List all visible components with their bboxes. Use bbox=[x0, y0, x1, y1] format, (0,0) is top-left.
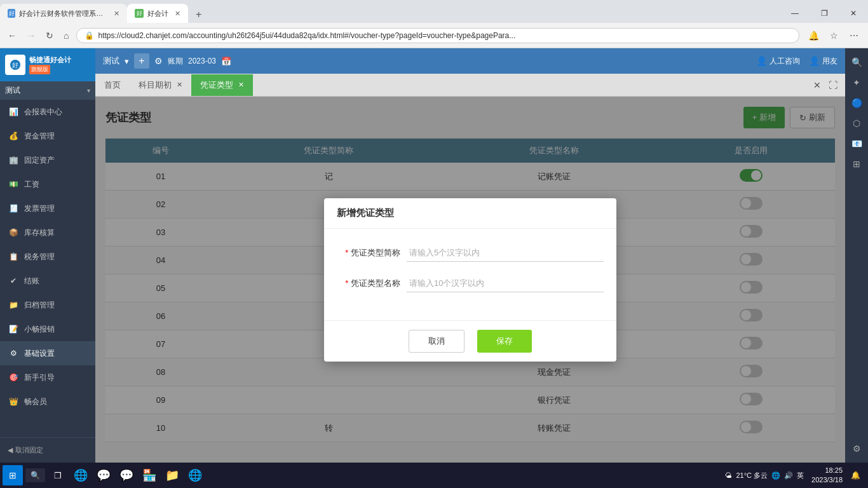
maximize-button[interactable]: ❐ bbox=[810, 4, 839, 23]
close-button[interactable]: ✕ bbox=[839, 4, 868, 23]
sidebar-item-reports[interactable]: 📊 会报表中心 bbox=[0, 100, 95, 124]
taskbar-task-view[interactable]: ❐ bbox=[48, 465, 68, 485]
sidebar-item-assets[interactable]: 🏢 固定资产 bbox=[0, 148, 95, 172]
taskbar-browser-icon[interactable]: 🌐 bbox=[71, 465, 91, 485]
taskbar-store-icon[interactable]: 💬 bbox=[93, 465, 114, 485]
save-button[interactable]: 保存 bbox=[477, 330, 532, 353]
taskbar-folder-icon[interactable]: 📁 bbox=[162, 465, 182, 485]
taskbar-clock: 18:25 2023/3/18 bbox=[811, 466, 843, 485]
dropdown-arrow-icon: ▾ bbox=[125, 57, 129, 66]
abbr-input[interactable] bbox=[407, 244, 604, 262]
subjects-tab-label: 科目期初 bbox=[139, 79, 172, 91]
forward-button[interactable]: → bbox=[24, 28, 38, 43]
cancel-button[interactable]: 取消 bbox=[409, 330, 465, 353]
start-icon: ⊞ bbox=[9, 470, 17, 480]
weather-icon: 🌤 bbox=[725, 471, 732, 479]
page-tab-subjects[interactable]: 科目期初 ✕ bbox=[130, 74, 191, 96]
add-button[interactable]: + bbox=[134, 53, 149, 69]
sidebar-item-inventory[interactable]: 📦 库存核算 bbox=[0, 220, 95, 245]
subjects-tab-close-icon[interactable]: ✕ bbox=[177, 81, 182, 89]
tab-close-2[interactable]: ✕ bbox=[175, 10, 180, 18]
sidebar-item-salary[interactable]: 💵 工资 bbox=[0, 172, 95, 196]
sidebar-item-archive[interactable]: 📁 归档管理 bbox=[0, 293, 95, 317]
expand-panel-button[interactable]: ⛶ bbox=[826, 79, 840, 92]
name-label: * 凭证类型名称 bbox=[337, 278, 400, 289]
browser-tab-2[interactable]: 好 好会计 ✕ bbox=[127, 4, 188, 23]
taskbar-apps-icon[interactable]: 🏪 bbox=[139, 465, 159, 485]
right-panel-btn-star[interactable]: ✦ bbox=[848, 74, 865, 92]
sidebar-item-guide[interactable]: 🎯 新手引导 bbox=[0, 365, 95, 390]
right-panel-btn-grid[interactable]: ⊞ bbox=[848, 155, 865, 173]
tab-nav-buttons: ✕ ⛶ bbox=[811, 79, 845, 92]
sidebar-logo: 好 畅捷通好会计 旗舰版 bbox=[0, 48, 95, 81]
user-button[interactable]: 👤 用友 bbox=[809, 56, 837, 67]
page-tab-nav: 首页 科目期初 ✕ 凭证类型 ✕ ✕ ⛶ bbox=[95, 74, 845, 97]
taskbar-start-button[interactable]: ⊞ bbox=[3, 465, 23, 485]
browser-icon: 🌐 bbox=[74, 468, 88, 482]
modal-overlay[interactable]: 新增凭证类型 * 凭证类型简称 * bbox=[95, 97, 845, 463]
calendar-icon[interactable]: 📅 bbox=[221, 57, 231, 66]
collapse-icon: ◀ bbox=[8, 446, 13, 454]
extensions-button[interactable]: 🔔 bbox=[804, 27, 822, 44]
abbr-form-row: * 凭证类型简称 bbox=[337, 244, 604, 262]
sidebar-collapse-button[interactable]: ◀ 取消固定 bbox=[5, 443, 90, 458]
sidebar-org[interactable]: 测试 ▾ bbox=[0, 81, 95, 100]
notification-button[interactable]: 🔔 bbox=[845, 465, 865, 485]
taskbar: ⊞ 🔍 ❐ 🌐 💬 💬 🏪 📁 🌐 🌤 21°C 多云 🌐 🔊 英 18:25 … bbox=[0, 463, 868, 488]
sidebar-item-expense[interactable]: 📝 小畅报销 bbox=[0, 317, 95, 341]
sidebar-item-invoice[interactable]: 🧾 发票管理 bbox=[0, 196, 95, 220]
right-panel-btn-gear[interactable]: ⚙ bbox=[848, 440, 865, 458]
sidebar-item-tax[interactable]: 📋 税务管理 bbox=[0, 245, 95, 269]
search-icon: 🔍 bbox=[31, 471, 40, 480]
notification-icon: 🔔 bbox=[851, 471, 860, 480]
tab-add-button[interactable]: + bbox=[191, 6, 207, 23]
more-button[interactable]: ⋯ bbox=[845, 27, 863, 44]
member-icon: 👑 bbox=[8, 396, 19, 407]
sidebar-item-settings[interactable]: ⚙ 基础设置 bbox=[0, 341, 95, 365]
sidebar-label-expense: 小畅报销 bbox=[24, 324, 55, 335]
main-area: 测试 ▾ + ⚙ 账期 2023-03 📅 👤 人工咨询 👤 用友 首页 bbox=[95, 48, 845, 463]
weather-temp: 21°C 多云 bbox=[736, 471, 768, 480]
store-icon: 💬 bbox=[97, 468, 111, 482]
url-input[interactable]: 🔒 https://cloud2.chanjet.com/accounting/… bbox=[76, 28, 799, 43]
close-tab-panel-button[interactable]: ✕ bbox=[811, 79, 824, 92]
star-button[interactable]: ☆ bbox=[825, 27, 843, 44]
taskbar-search-button[interactable]: 🔍 bbox=[25, 468, 45, 482]
consultation-button[interactable]: 👤 人工咨询 bbox=[756, 56, 800, 67]
close-accounts-icon: ✔ bbox=[8, 275, 19, 287]
taskbar-wechat-icon[interactable]: 💬 bbox=[116, 465, 137, 485]
sidebar-item-funds[interactable]: 💰 资金管理 bbox=[0, 124, 95, 148]
abbr-label: * 凭证类型简称 bbox=[337, 247, 400, 259]
invoice-icon: 🧾 bbox=[8, 203, 19, 214]
sidebar: 好 畅捷通好会计 旗舰版 测试 ▾ 📊 会报表中心 💰 资金管理 🏢 固定资产 bbox=[0, 48, 95, 463]
tab-favicon-2: 好 bbox=[135, 9, 144, 18]
app-top-bar: 测试 ▾ + ⚙ 账期 2023-03 📅 👤 人工咨询 👤 用友 bbox=[95, 48, 845, 74]
page-tab-voucher[interactable]: 凭证类型 ✕ bbox=[191, 74, 253, 96]
logo-icon: 好 bbox=[5, 55, 25, 75]
tax-icon: 📋 bbox=[8, 251, 19, 262]
right-panel-btn-circle[interactable]: 🔵 bbox=[848, 94, 865, 112]
clock-date: 2023/3/18 bbox=[811, 475, 843, 485]
reload-button[interactable]: ↻ bbox=[43, 28, 56, 43]
right-panel-btn-outlook[interactable]: 📧 bbox=[848, 135, 865, 152]
period-label: 账期 bbox=[168, 56, 183, 67]
sidebar-item-close[interactable]: ✔ 结账 bbox=[0, 269, 95, 293]
taskbar-edge-icon[interactable]: 🌐 bbox=[185, 465, 205, 485]
name-required-marker: * bbox=[345, 278, 348, 288]
sidebar-item-member[interactable]: 👑 畅会员 bbox=[0, 390, 95, 414]
name-input[interactable] bbox=[407, 274, 604, 292]
tab-favicon-1: 好 bbox=[8, 9, 15, 18]
right-panel-btn-search[interactable]: 🔍 bbox=[848, 53, 865, 71]
tab-close-1[interactable]: ✕ bbox=[114, 10, 119, 18]
back-button[interactable]: ← bbox=[5, 28, 19, 43]
name-label-text: 凭证类型名称 bbox=[351, 278, 400, 288]
home-button[interactable]: ⌂ bbox=[61, 28, 71, 43]
sidebar-label-tax: 税务管理 bbox=[24, 252, 55, 262]
minimize-button[interactable]: — bbox=[780, 4, 810, 23]
page-tab-home[interactable]: 首页 bbox=[95, 74, 130, 96]
voucher-tab-close-icon[interactable]: ✕ bbox=[238, 81, 244, 89]
app-container: 好 畅捷通好会计 旗舰版 测试 ▾ 📊 会报表中心 💰 资金管理 🏢 固定资产 bbox=[0, 48, 868, 463]
browser-tab-1[interactable]: 好 好会计云财务软件管理系统_会计 ✕ bbox=[0, 4, 127, 23]
settings-cog-icon[interactable]: ⚙ bbox=[154, 56, 163, 66]
right-panel-btn-diamond[interactable]: ⬡ bbox=[848, 114, 865, 132]
